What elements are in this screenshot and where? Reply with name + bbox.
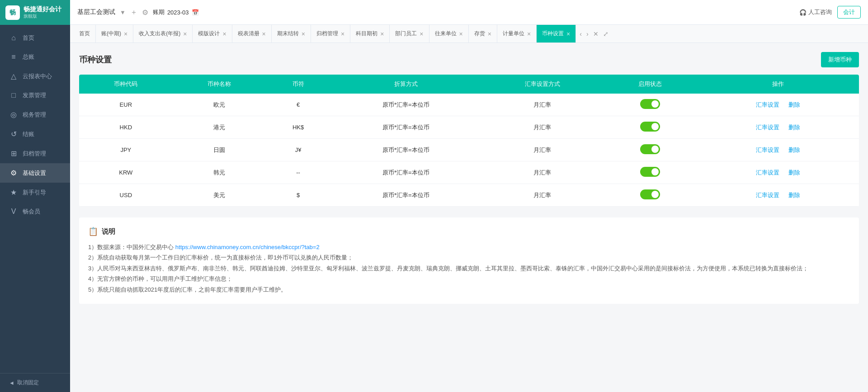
toggle-3[interactable] (640, 167, 660, 177)
tab-close-12[interactable]: × (566, 30, 570, 38)
tab-3[interactable]: 模版设计× (193, 25, 232, 43)
sidebar-item-settings[interactable]: ⚙ 基础设置 (0, 163, 70, 183)
tab-close-2[interactable]: × (183, 30, 187, 38)
sidebar-item-checkout[interactable]: ↺ 结账 (0, 124, 70, 144)
add-tab-button[interactable]: ＋ (130, 8, 137, 17)
cell-name-4: 美元 (173, 184, 266, 207)
cell-actions-2: 汇率设置 删除 (697, 139, 859, 161)
calendar-icon[interactable]: 📅 (192, 9, 199, 16)
tab-restore-icon[interactable]: ⤢ (601, 29, 610, 38)
sidebar-item-reports[interactable]: △ 云报表中心 (0, 66, 70, 86)
cell-method-2: 原币*汇率=本位币 (330, 139, 481, 161)
tab-close-1[interactable]: × (124, 30, 127, 38)
rate-setting-link-1[interactable]: 汇率设置 (756, 124, 779, 131)
cell-name-2: 日圆 (173, 139, 266, 161)
tab-close-8[interactable]: × (420, 30, 423, 38)
tab-4[interactable]: 税表清册× (232, 25, 272, 43)
tab-close-10[interactable]: × (488, 30, 491, 38)
tab-12[interactable]: 币种设置× (537, 25, 576, 43)
table-row: EUR 欧元 € 原币*汇率=本位币 月汇率 汇率设置 删除 (79, 94, 859, 116)
sidebar-label-tax: 税务管理 (23, 111, 46, 119)
cell-ratetype-0: 月汇率 (481, 94, 604, 116)
tab-7[interactable]: 科目期初× (350, 25, 390, 43)
tab-close-5[interactable]: × (302, 30, 305, 38)
cell-symbol-3: -- (266, 161, 330, 184)
sidebar-item-invoice[interactable]: □ 发票管理 (0, 86, 70, 105)
sidebar-label-home: 首页 (23, 34, 34, 42)
toggle-2[interactable] (640, 144, 660, 154)
pin-icon: ◄ (9, 380, 14, 386)
cell-ratetype-3: 月汇率 (481, 161, 604, 184)
reports-icon: △ (9, 72, 18, 80)
cell-actions-3: 汇率设置 删除 (697, 161, 859, 184)
cell-ratetype-4: 月汇率 (481, 184, 604, 207)
tab-next-icon[interactable]: › (585, 29, 590, 38)
tab-label-12: 币种设置 (542, 30, 564, 38)
tab-close-4[interactable]: × (262, 30, 266, 38)
table-header: 币种代码币种名称币符折算方式汇率设置方式启用状态操作 (79, 75, 859, 94)
sidebar-item-archive[interactable]: ⊞ 归档管理 (0, 144, 70, 163)
sidebar-label-settings: 基础设置 (23, 169, 46, 177)
kuaiji-button[interactable]: 会计 (837, 6, 861, 19)
archive-icon: ⊞ (9, 149, 18, 158)
logo-icon: 畅 (5, 5, 20, 20)
kuaiji-label: 会计 (843, 9, 855, 15)
tab-5[interactable]: 期末结转× (272, 25, 311, 43)
delete-link-0[interactable]: 删除 (788, 101, 800, 108)
main-area: 基层工会测试 ▼ ＋ ⚙ 账期 2023-03 📅 🎧 人工咨询 会计 首页账(… (70, 0, 868, 392)
rate-setting-link-4[interactable]: 汇率设置 (756, 192, 779, 198)
member-icon: V (9, 208, 18, 216)
cell-symbol-1: HK$ (266, 116, 330, 139)
tab-0[interactable]: 首页 (74, 25, 96, 43)
sidebar-item-tax[interactable]: ◎ 税务管理 (0, 105, 70, 124)
toggle-4[interactable] (640, 189, 660, 199)
cell-method-1: 原币*汇率=本位币 (330, 116, 481, 139)
new-currency-button[interactable]: 新增币种 (821, 52, 859, 67)
tab-close-7[interactable]: × (380, 30, 384, 38)
tab-9[interactable]: 往来单位× (429, 25, 469, 43)
rate-setting-link-0[interactable]: 汇率设置 (756, 101, 779, 108)
consult-button[interactable]: 🎧 人工咨询 (799, 8, 832, 16)
tab-prev-icon[interactable]: ‹ (578, 29, 584, 38)
delete-link-1[interactable]: 删除 (788, 124, 800, 131)
tab-8[interactable]: 部门员工× (390, 25, 429, 43)
tab-6[interactable]: 归档管理× (311, 25, 350, 43)
tab-close-all-icon[interactable]: ✕ (591, 29, 600, 38)
rate-setting-link-3[interactable]: 汇率设置 (756, 169, 779, 176)
tab-close-6[interactable]: × (341, 30, 344, 38)
sidebar-item-home[interactable]: ⌂ 首页 (0, 28, 70, 47)
delete-link-3[interactable]: 删除 (788, 169, 800, 176)
delete-link-2[interactable]: 删除 (788, 146, 800, 153)
rate-setting-link-2[interactable]: 汇率设置 (756, 146, 779, 153)
toggle-0[interactable] (640, 99, 660, 109)
th-操作: 操作 (697, 75, 859, 94)
sidebar-item-member[interactable]: V 畅会员 (0, 202, 70, 221)
tab-2[interactable]: 收入支出表(年报)× (133, 25, 193, 43)
tab-1[interactable]: 账(中期)× (96, 25, 133, 43)
delete-link-4[interactable]: 删除 (788, 192, 800, 198)
tab-close-11[interactable]: × (527, 30, 531, 38)
table-row: KRW 韩元 -- 原币*汇率=本位币 月汇率 汇率设置 删除 (79, 161, 859, 184)
cell-symbol-4: $ (266, 184, 330, 207)
th-启用状态: 启用状态 (604, 75, 697, 94)
tab-label-8: 部门员工 (395, 30, 417, 38)
sidebar-footer[interactable]: ◄ 取消固定 (0, 373, 70, 392)
cell-symbol-0: € (266, 94, 330, 116)
tab-10[interactable]: 存货× (469, 25, 497, 43)
settings-icon[interactable]: ⚙ (142, 8, 148, 17)
cell-ratetype-2: 月汇率 (481, 139, 604, 161)
tab-close-9[interactable]: × (459, 30, 463, 38)
toggle-1[interactable] (640, 122, 660, 132)
tab-11[interactable]: 计量单位× (497, 25, 537, 43)
cell-code-2: JPY (79, 139, 173, 161)
sidebar-item-ledger[interactable]: ≡ 总账 (0, 47, 70, 66)
table-row: HKD 港元 HK$ 原币*汇率=本位币 月汇率 汇率设置 删除 (79, 116, 859, 139)
cell-enabled-1 (604, 116, 697, 139)
tab-close-3[interactable]: × (222, 30, 226, 38)
company-dropdown-icon[interactable]: ▼ (120, 9, 126, 16)
th-折算方式: 折算方式 (330, 75, 481, 94)
notes-icon: 📋 (88, 227, 98, 236)
notes-link[interactable]: https://www.chinamoney.com.cn/chinese/bk… (175, 244, 320, 250)
cell-name-0: 欧元 (173, 94, 266, 116)
sidebar-item-guide[interactable]: ★ 新手引导 (0, 183, 70, 202)
